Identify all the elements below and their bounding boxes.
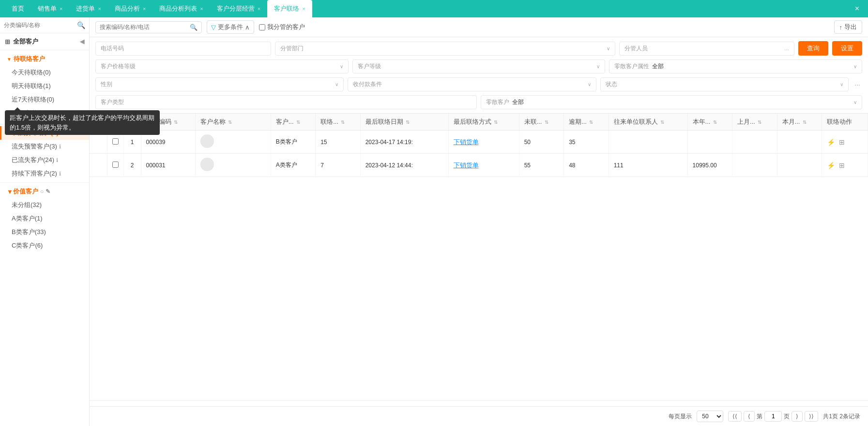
th-customer-type[interactable]: 客户... ⇅	[271, 114, 316, 131]
sidebar-declining[interactable]: 持续下滑客户(2) ℹ	[0, 167, 89, 180]
per-page-select[interactable]: 50 100	[697, 411, 723, 422]
th-overdue[interactable]: 逾期... ⇅	[564, 114, 609, 131]
nav-sales[interactable]: 销售单 ×	[31, 0, 69, 17]
nav-sales-close[interactable]: ×	[60, 6, 62, 12]
action-link-icon-0[interactable]: ⚡	[827, 138, 835, 146]
th-this-month[interactable]: 本月... ⇅	[777, 114, 822, 131]
my-customers-check[interactable]: 我分管的客户	[259, 23, 305, 31]
value-group-arrow-icon: ▼	[7, 188, 13, 195]
sidebar-lost-customers[interactable]: 已流失客户(24) ℹ	[0, 153, 89, 167]
dept-field[interactable]: 分管部门 ∨	[275, 42, 615, 56]
search-input[interactable]	[100, 24, 190, 30]
nav-customer-contact-close[interactable]: ×	[302, 6, 305, 12]
value-group-edit-icon[interactable]: ✎	[46, 188, 50, 195]
export-button[interactable]: ↑ 导出	[834, 20, 863, 34]
th-customer-name[interactable]: 客户名称 ⇅	[195, 114, 271, 131]
nav-product-list[interactable]: 商品分析列表 ×	[152, 0, 210, 17]
manager-field[interactable]: 分管人员 …	[619, 42, 795, 56]
page-next-btn[interactable]: ⟩	[792, 411, 803, 422]
row-checkbox-1[interactable]	[112, 162, 119, 168]
th-last-contact-method[interactable]: 最后联络方式 ⇅	[448, 114, 519, 131]
action-grid-icon-1[interactable]: ⊞	[839, 162, 845, 169]
price-level-field[interactable]: 客户价格等级 ∨	[95, 59, 349, 73]
filter-more-dots[interactable]: ···	[853, 81, 862, 88]
method-link-0[interactable]: 下销货单	[454, 138, 479, 146]
pending-contact-title[interactable]: ▼ 待联络客户	[0, 52, 89, 66]
nav-product-analysis-close[interactable]: ×	[143, 6, 146, 12]
info-icon-4[interactable]: ℹ	[59, 171, 61, 177]
sidebar-divider-2	[0, 182, 89, 183]
sort-icon-code[interactable]: ⇅	[174, 119, 178, 125]
th-last-contact-date[interactable]: 最后联络日期 ⇅	[360, 114, 448, 131]
value-group-circle-icon[interactable]: ○	[40, 188, 44, 195]
sort-icon-overdue[interactable]: ⇅	[589, 119, 593, 125]
my-customers-checkbox[interactable]	[259, 24, 265, 30]
sidebar-ungroup[interactable]: 未分组(32)	[0, 198, 89, 212]
sidebar-search-icon[interactable]: 🔍	[77, 21, 85, 29]
nav-home[interactable]: 首页	[5, 0, 31, 17]
nav-product-list-close[interactable]: ×	[200, 6, 203, 12]
th-last-month[interactable]: 上月... ⇅	[732, 114, 777, 131]
sidebar-a-customers[interactable]: A类客户(1)	[0, 212, 89, 225]
cell-year-1: 10995.00	[687, 154, 732, 177]
nav-purchase[interactable]: 进货单 ×	[69, 0, 107, 17]
retail-customer-field[interactable]: 零散客户 全部 ∨	[481, 95, 862, 109]
sidebar-search-area: 🔍	[0, 17, 89, 33]
sidebar-tomorrow-pending[interactable]: 明天待联络(1)	[0, 79, 89, 93]
nav-customer-mgmt-close[interactable]: ×	[258, 6, 260, 12]
sort-icon-date[interactable]: ⇅	[406, 119, 410, 125]
sort-icon-nc[interactable]: ⇅	[545, 119, 548, 125]
nav-product-analysis[interactable]: 商品分析 ×	[108, 0, 152, 17]
payment-field[interactable]: 收付款条件 ∨	[348, 77, 596, 91]
info-icon-3[interactable]: ℹ	[56, 157, 58, 163]
search-bar-icon[interactable]: 🔍	[190, 24, 198, 31]
page-first-btn[interactable]: ⟨⟨	[728, 411, 742, 422]
page-suffix: 页	[784, 412, 790, 421]
value-customers-group-title[interactable]: ▼ 价值客户 ○ ✎	[0, 185, 89, 198]
sidebar-search-input[interactable]	[4, 22, 77, 29]
th-this-year[interactable]: 本年... ⇅	[687, 114, 732, 131]
row-checkbox-0[interactable]	[112, 138, 119, 145]
sidebar-b-customers[interactable]: B类客户(33)	[0, 225, 89, 239]
query-button[interactable]: 查询	[798, 41, 828, 56]
page-last-btn[interactable]: ⟩⟩	[805, 411, 818, 422]
sort-icon-name[interactable]: ⇅	[228, 119, 232, 125]
th-unit-contact[interactable]: 往来单位联系人 ⇅	[609, 114, 687, 131]
sidebar-c-customers[interactable]: C类客户(6)	[0, 239, 89, 252]
th-contact[interactable]: 联络... ⇅	[316, 114, 361, 131]
sort-icon-method[interactable]: ⇅	[494, 119, 498, 125]
nav-purchase-close[interactable]: ×	[98, 6, 101, 12]
sort-icon-unit[interactable]: ⇅	[660, 119, 664, 125]
action-link-icon-1[interactable]: ⚡	[827, 162, 835, 169]
th-not-contacted[interactable]: 未联... ⇅	[519, 114, 564, 131]
sort-icon-year[interactable]: ⇅	[713, 119, 717, 125]
settings-button[interactable]: 设置	[832, 41, 862, 56]
nav-customer-contact[interactable]: 客户联络 ×	[267, 0, 312, 17]
nav-customer-mgmt[interactable]: 客户分层经营 ×	[210, 0, 267, 17]
bottom-scroll[interactable]	[90, 400, 868, 406]
more-conditions-btn[interactable]: ▽ 更多条件 ∧	[207, 20, 254, 34]
cell-method-0[interactable]: 下销货单	[448, 131, 519, 154]
customer-level-field[interactable]: 客户等级 ∨	[352, 59, 606, 73]
close-all-button[interactable]: ×	[851, 4, 863, 13]
cell-method-1[interactable]: 下销货单	[448, 154, 519, 177]
sidebar-collapse-btn[interactable]: ◀	[80, 38, 84, 45]
sidebar-lost-warning[interactable]: 流失预警客户(3) ℹ	[0, 140, 89, 153]
sidebar-today-pending[interactable]: 今天待联络(0)	[0, 66, 89, 79]
action-grid-icon-0[interactable]: ⊞	[839, 138, 845, 146]
sort-icon-type[interactable]: ⇅	[296, 119, 300, 125]
page-input[interactable]	[764, 411, 782, 422]
sidebar-all-customers[interactable]: ⊞ 全部客户 ◀	[0, 33, 89, 50]
phone-field[interactable]: 电话号码	[95, 42, 271, 56]
retail-attribute-field[interactable]: 零散客户属性 全部 ∨	[609, 59, 862, 73]
method-link-1[interactable]: 下销货单	[454, 162, 479, 169]
gender-field[interactable]: 性别 ∨	[95, 77, 344, 91]
customer-type-field[interactable]: 客户类型	[95, 95, 477, 109]
sidebar-7day-pending[interactable]: 近7天待联络(0)	[0, 93, 89, 106]
info-icon-2[interactable]: ℹ	[59, 144, 61, 150]
sort-icon-contact[interactable]: ⇅	[341, 119, 345, 125]
status-field[interactable]: 状态 ∨	[600, 77, 849, 91]
page-prev-btn[interactable]: ⟨	[744, 411, 755, 422]
sort-icon-lm[interactable]: ⇅	[758, 119, 761, 125]
sort-icon-tm[interactable]: ⇅	[803, 119, 807, 125]
